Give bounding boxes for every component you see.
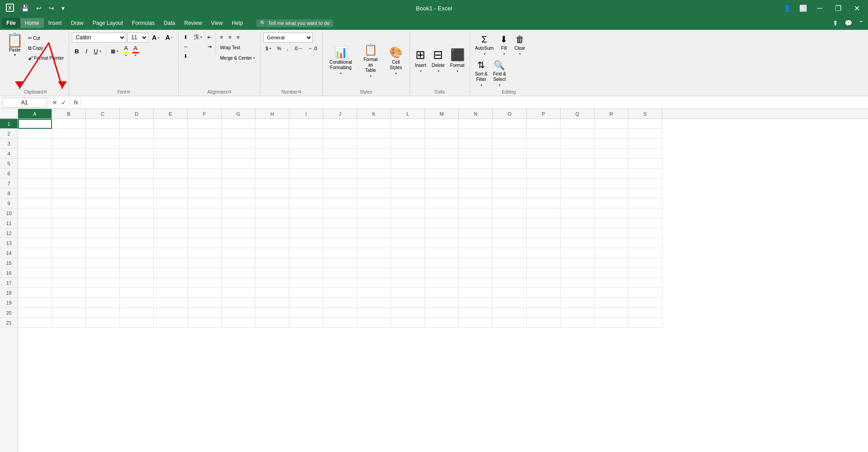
cell-J20[interactable] — [323, 308, 357, 318]
cell-M21[interactable] — [425, 318, 459, 328]
sort-filter-btn[interactable]: ⇅ Sort &Filter ▾ — [473, 58, 490, 89]
cell-R3[interactable] — [594, 139, 628, 149]
cell-L5[interactable] — [391, 159, 425, 169]
cell-D8[interactable] — [120, 188, 154, 198]
cell-Q20[interactable] — [561, 308, 594, 318]
cell-F2[interactable] — [188, 129, 222, 139]
cell-I18[interactable] — [289, 288, 323, 298]
row-num-1[interactable]: 1 — [0, 119, 18, 129]
number-format-select[interactable]: General Number Currency Accounting Short… — [263, 33, 313, 42]
row-num-8[interactable]: 8 — [0, 188, 18, 198]
cell-C16[interactable] — [86, 268, 120, 278]
cell-O11[interactable] — [493, 218, 527, 228]
cell-N6[interactable] — [459, 169, 493, 179]
cell-E15[interactable] — [154, 258, 188, 268]
format-as-table-btn[interactable]: 📋 Format asTable ▾ — [357, 41, 384, 80]
cell-N14[interactable] — [459, 248, 493, 258]
cell-A5[interactable] — [18, 159, 52, 169]
cell-Q14[interactable] — [561, 248, 594, 258]
cell-J10[interactable] — [323, 208, 357, 218]
cell-K14[interactable] — [357, 248, 391, 258]
cell-S14[interactable] — [628, 248, 662, 258]
cell-O15[interactable] — [493, 258, 527, 268]
cell-D11[interactable] — [120, 218, 154, 228]
cell-R1[interactable] — [594, 119, 628, 129]
cell-J11[interactable] — [323, 218, 357, 228]
cell-S11[interactable] — [628, 218, 662, 228]
cell-S8[interactable] — [628, 188, 662, 198]
cell-J6[interactable] — [323, 169, 357, 179]
cell-M14[interactable] — [425, 248, 459, 258]
cell-L13[interactable] — [391, 238, 425, 248]
cell-S19[interactable] — [628, 298, 662, 308]
menu-help[interactable]: Help — [227, 18, 248, 28]
cell-F17[interactable] — [188, 278, 222, 288]
cell-O10[interactable] — [493, 208, 527, 218]
cell-R10[interactable] — [594, 208, 628, 218]
row-num-21[interactable]: 21 — [0, 318, 18, 328]
cell-Q17[interactable] — [561, 278, 594, 288]
paste-btn[interactable]: 📋 Paste ▾ — [5, 33, 25, 58]
cell-D16[interactable] — [120, 268, 154, 278]
cell-G3[interactable] — [222, 139, 255, 149]
cell-D3[interactable] — [120, 139, 154, 149]
cell-L7[interactable] — [391, 179, 425, 188]
cell-D6[interactable] — [120, 169, 154, 179]
col-header-S[interactable]: S — [628, 109, 662, 118]
cell-C3[interactable] — [86, 139, 120, 149]
confirm-formula-icon[interactable]: ✓ — [60, 99, 68, 106]
cell-M12[interactable] — [425, 228, 459, 238]
align-top-btn[interactable]: ⬆ — [181, 33, 191, 42]
cell-E9[interactable] — [154, 198, 188, 208]
cell-B7[interactable] — [52, 179, 86, 188]
col-header-G[interactable]: G — [222, 109, 255, 118]
col-header-L[interactable]: L — [391, 109, 425, 118]
cancel-formula-icon[interactable]: ✕ — [51, 99, 59, 106]
cell-L1[interactable] — [391, 119, 425, 129]
cell-F13[interactable] — [188, 238, 222, 248]
menu-draw[interactable]: Draw — [66, 18, 88, 28]
cell-G19[interactable] — [222, 298, 255, 308]
cell-Q11[interactable] — [561, 218, 594, 228]
cell-N20[interactable] — [459, 308, 493, 318]
account-icon[interactable]: 👤 — [781, 4, 793, 13]
cell-E8[interactable] — [154, 188, 188, 198]
delete-btn[interactable]: ⊟ Delete ▾ — [429, 47, 447, 75]
cell-C15[interactable] — [86, 258, 120, 268]
cell-O7[interactable] — [493, 179, 527, 188]
cell-G6[interactable] — [222, 169, 255, 179]
cell-S9[interactable] — [628, 198, 662, 208]
cell-A9[interactable] — [18, 198, 52, 208]
cell-J16[interactable] — [323, 268, 357, 278]
row-num-12[interactable]: 12 — [0, 228, 18, 238]
cell-H3[interactable] — [255, 139, 289, 149]
cell-P7[interactable] — [527, 179, 561, 188]
cell-D21[interactable] — [120, 318, 154, 328]
border-btn[interactable]: ▦ ▾ — [108, 47, 121, 56]
cell-J3[interactable] — [323, 139, 357, 149]
cell-B3[interactable] — [52, 139, 86, 149]
cell-S12[interactable] — [628, 228, 662, 238]
cell-F12[interactable] — [188, 228, 222, 238]
cell-H20[interactable] — [255, 308, 289, 318]
cell-H16[interactable] — [255, 268, 289, 278]
menu-view[interactable]: View — [207, 18, 227, 28]
increase-decimal-btn[interactable]: .0→ — [291, 44, 305, 53]
comments-btn[interactable]: 💬 — [842, 19, 854, 28]
cell-S7[interactable] — [628, 179, 662, 188]
cell-O5[interactable] — [493, 159, 527, 169]
cell-L9[interactable] — [391, 198, 425, 208]
cell-A6[interactable] — [18, 169, 52, 179]
increase-font-btn[interactable]: A + — [150, 33, 162, 42]
cell-G4[interactable] — [222, 149, 255, 159]
cell-A14[interactable] — [18, 248, 52, 258]
cell-P19[interactable] — [527, 298, 561, 308]
cell-I5[interactable] — [289, 159, 323, 169]
cell-M1[interactable] — [425, 119, 459, 129]
cell-E2[interactable] — [154, 129, 188, 139]
number-expand-icon[interactable]: ⧉ — [298, 89, 301, 94]
cell-O9[interactable] — [493, 198, 527, 208]
row-num-7[interactable]: 7 — [0, 179, 18, 188]
cell-N3[interactable] — [459, 139, 493, 149]
cell-L3[interactable] — [391, 139, 425, 149]
